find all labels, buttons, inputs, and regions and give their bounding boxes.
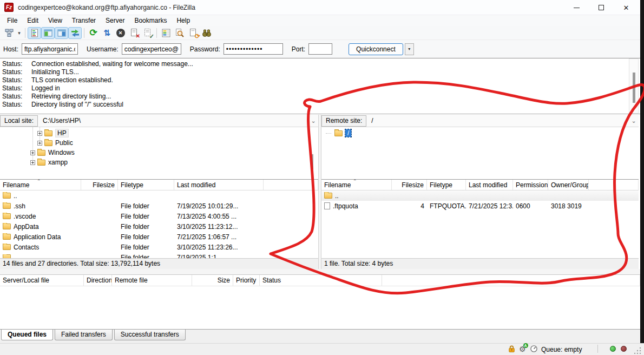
- cancel-operation-button[interactable]: ✕: [114, 27, 127, 39]
- toolbar: ▾ ⟳ ⇅ ✕ ✕: [0, 26, 640, 40]
- reconnect-check-mark: ✓: [149, 34, 154, 39]
- file-row[interactable]: .ssh File folder 7/19/2025 10:01:29...: [0, 201, 318, 211]
- menu-file[interactable]: File: [2, 16, 22, 25]
- site-manager-icon: [4, 28, 14, 38]
- statusbar-separator: [597, 345, 598, 353]
- chevron-down-icon[interactable]: ⌄: [308, 117, 318, 124]
- column-size[interactable]: Size: [192, 275, 233, 286]
- log-status-label: Status:: [0, 60, 31, 68]
- site-manager-button[interactable]: [2, 27, 16, 39]
- expand-icon[interactable]: [37, 131, 42, 136]
- local-site-path[interactable]: C:\Users\HP\: [38, 117, 308, 124]
- file-row[interactable]: AppData File folder 3/10/2025 11:23:12..…: [0, 221, 318, 232]
- speed-limit-icon[interactable]: [530, 345, 538, 354]
- menu-view[interactable]: View: [43, 16, 67, 25]
- resize-grip[interactable]: [634, 347, 642, 355]
- file-name: ..: [14, 192, 17, 200]
- password-input[interactable]: [224, 43, 283, 55]
- file-row[interactable]: ..: [321, 190, 639, 201]
- file-row[interactable]: Application Data File folder 7/21/2025 1…: [0, 232, 318, 242]
- activity-led-green: [610, 346, 616, 352]
- toggle-message-log-button[interactable]: [28, 27, 41, 39]
- tree-connector: [326, 133, 331, 134]
- column-permissions[interactable]: Permissions: [513, 180, 548, 190]
- port-input[interactable]: [308, 43, 332, 55]
- tab-failed-transfers[interactable]: Failed transfers: [55, 330, 113, 340]
- local-file-list: .. .ssh File folder 7/19/2025 10:01:29..…: [0, 190, 318, 258]
- site-manager-dropdown[interactable]: ▾: [16, 27, 23, 39]
- tab-successful-transfers[interactable]: Successful transfers: [114, 330, 186, 340]
- file-type: File folder: [118, 223, 174, 231]
- username-input[interactable]: [122, 43, 181, 55]
- disconnect-button[interactable]: ✕: [127, 27, 141, 39]
- column-last-modified[interactable]: Last modified: [466, 180, 513, 190]
- column-filesize[interactable]: Filesize: [81, 180, 118, 190]
- directory-comparison-button[interactable]: [159, 27, 173, 39]
- username-label: Username:: [87, 45, 119, 53]
- menu-transfer[interactable]: Transfer: [67, 16, 101, 25]
- expand-icon[interactable]: [30, 150, 35, 155]
- column-filler: [382, 275, 640, 286]
- expand-icon[interactable]: [37, 141, 42, 146]
- host-input[interactable]: [22, 43, 78, 55]
- chevron-down-icon[interactable]: ⌄: [629, 117, 639, 124]
- maximize-button[interactable]: [589, 0, 614, 15]
- tree-item-windows[interactable]: Windows: [30, 148, 75, 157]
- file-row[interactable]: .ftpquota 4 FTPQUOTA... 7/21/2025 12:3..…: [321, 201, 639, 211]
- tree-item-xampp[interactable]: xampp: [30, 157, 68, 167]
- splitter[interactable]: [0, 114, 640, 114]
- quickconnect-button[interactable]: Quickconnect: [349, 43, 403, 55]
- column-server-local-file[interactable]: Server/Local file: [0, 275, 84, 286]
- tab-queued-files[interactable]: Queued files: [1, 330, 53, 340]
- menu-server[interactable]: Server: [101, 16, 129, 25]
- column-last-modified[interactable]: Last modified: [174, 180, 264, 190]
- reconnect-button[interactable]: ✓: [141, 27, 154, 39]
- tree-item-root[interactable]: /: [326, 128, 351, 138]
- close-button[interactable]: ✕: [614, 0, 639, 15]
- file-row-partial[interactable]: File folder 7/19/2025 1:1...: [0, 252, 318, 258]
- file-row[interactable]: .vscode File folder 7/13/2025 4:00:55 ..…: [0, 211, 318, 221]
- local-tree-scrollbar-thumb[interactable]: [312, 154, 313, 169]
- queue-status-text: Queue: empty: [541, 346, 582, 353]
- queue-header: Server/Local file Direction Remote file …: [0, 274, 640, 286]
- lock-icon[interactable]: [508, 345, 516, 354]
- filter-magnifier-icon: [175, 28, 185, 38]
- column-owner-group[interactable]: Owner/Group: [548, 180, 589, 190]
- column-filetype[interactable]: Filetype: [118, 180, 174, 190]
- file-row[interactable]: ..: [0, 190, 318, 201]
- expand-icon[interactable]: [30, 160, 35, 165]
- file-permissions: 0600: [513, 202, 548, 210]
- log-scrollbar-thumb[interactable]: [633, 73, 635, 103]
- synchronized-browsing-button[interactable]: ⟳: [186, 27, 200, 39]
- folder-icon: [3, 223, 11, 229]
- file-row[interactable]: Contacts File folder 3/10/2025 11:23:26.…: [0, 242, 318, 252]
- column-status[interactable]: Status: [260, 275, 382, 286]
- menu-edit[interactable]: Edit: [22, 16, 43, 25]
- tree-item-public[interactable]: Public: [37, 138, 73, 148]
- find-files-button[interactable]: [200, 27, 213, 39]
- queue-splitter[interactable]: [0, 269, 640, 274]
- column-filetype[interactable]: Filetype: [427, 180, 466, 190]
- refresh-button[interactable]: ⟳: [87, 27, 100, 39]
- tree-item-hp[interactable]: HP: [37, 128, 69, 138]
- filter-button[interactable]: [173, 27, 186, 39]
- column-filesize[interactable]: Filesize: [392, 180, 427, 190]
- minimize-button[interactable]: [564, 0, 589, 15]
- toggle-local-tree-button[interactable]: [41, 27, 55, 39]
- column-direction[interactable]: Direction: [84, 275, 112, 286]
- log-status-label: Status:: [0, 68, 31, 76]
- menu-bookmarks[interactable]: Bookmarks: [129, 16, 172, 25]
- toggle-transfer-queue-button[interactable]: [68, 27, 82, 39]
- settings-gear-icon[interactable]: ⚙ A: [519, 345, 526, 353]
- local-summary-bar: 14 files and 27 directories. Total size:…: [0, 258, 318, 269]
- column-remote-file[interactable]: Remote file: [112, 275, 192, 286]
- column-priority[interactable]: Priority: [233, 275, 260, 286]
- remote-list-header: Filename Filesize Filetype Last modified…: [321, 179, 639, 190]
- process-queue-button[interactable]: ⇅: [100, 27, 114, 39]
- quickconnect-dropdown[interactable]: ▾: [405, 43, 414, 55]
- remote-site-path[interactable]: /: [366, 117, 629, 124]
- folder-icon: [3, 254, 11, 258]
- local-list-scrollbar-thumb[interactable]: [313, 192, 314, 203]
- toggle-remote-tree-button[interactable]: [55, 27, 68, 39]
- menu-help[interactable]: Help: [172, 16, 195, 25]
